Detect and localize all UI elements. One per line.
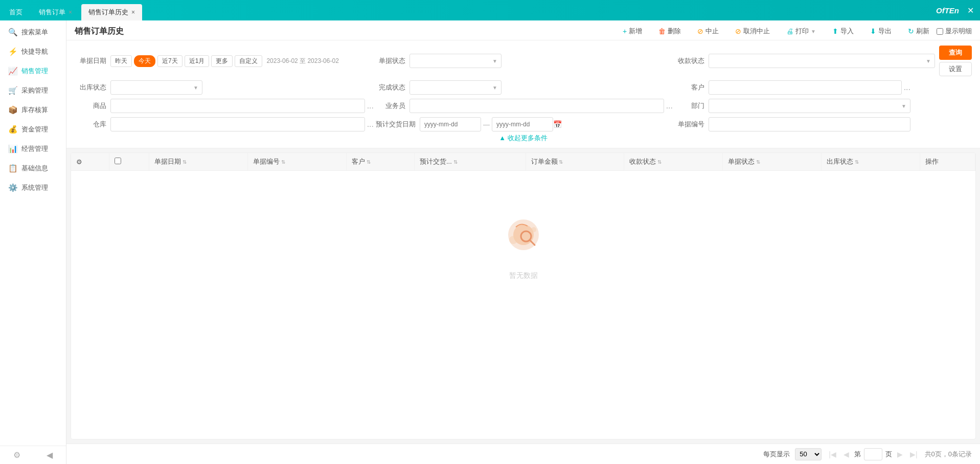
- col-header-1: [109, 153, 149, 171]
- sidebar-icon-1: ⚡: [8, 47, 17, 56]
- last-page-button[interactable]: ▶|: [908, 449, 920, 459]
- salesman-dots[interactable]: ...: [666, 101, 673, 111]
- sort-icon-2[interactable]: ⇅: [181, 159, 187, 165]
- goods-input[interactable]: [110, 99, 365, 113]
- sort-icon-7[interactable]: ⇅: [656, 159, 662, 165]
- tab-list: 首页销售订单×销售订单历史×: [0, 0, 142, 20]
- tab-item-2[interactable]: 销售订单历史×: [81, 4, 142, 20]
- col-label-4: 客户: [352, 158, 365, 165]
- tab-close-2[interactable]: ×: [131, 9, 135, 16]
- toolbar-btn-删除[interactable]: 🗑删除: [656, 26, 683, 37]
- tab-item-1[interactable]: 销售订单×: [32, 4, 79, 20]
- settings-col-icon[interactable]: ⚙: [76, 158, 82, 166]
- customer-input[interactable]: [709, 80, 902, 95]
- sidebar-label-8: 系统管理: [21, 183, 48, 192]
- bill-status-select-wrap: ▼: [409, 54, 502, 68]
- sort-icon-3[interactable]: ⇅: [280, 159, 285, 165]
- payment-status-select[interactable]: [709, 54, 935, 68]
- sidebar-settings-button[interactable]: ⚙: [13, 450, 20, 460]
- dept-select-wrap: ▼: [709, 99, 910, 113]
- warehouse-input[interactable]: [110, 117, 365, 131]
- print-dropdown-icon[interactable]: ▼: [811, 29, 816, 34]
- display-detail-checkbox[interactable]: [937, 28, 943, 35]
- prev-page-button[interactable]: ◀: [841, 449, 851, 459]
- warehouse-dots[interactable]: ...: [367, 120, 374, 129]
- customer-dots[interactable]: ...: [904, 83, 910, 92]
- date-btn-3[interactable]: 近1月: [185, 55, 210, 67]
- sidebar-label-2: 销售管理: [21, 67, 48, 76]
- goods-dots[interactable]: ...: [367, 101, 374, 111]
- bill-status-label: 单据状态: [374, 56, 409, 65]
- calendar-icon-from[interactable]: 📅: [553, 120, 562, 128]
- first-page-button[interactable]: |◀: [827, 449, 838, 459]
- date-btn-5[interactable]: 自定义: [235, 55, 262, 67]
- window-close-button[interactable]: ✕: [967, 6, 974, 15]
- empty-state: 暂无数据: [71, 171, 975, 321]
- dept-select[interactable]: [709, 99, 910, 113]
- col-header-10: 操作: [920, 153, 975, 171]
- toolbar-btn-刷新[interactable]: ↻刷新: [906, 26, 931, 37]
- salesman-input[interactable]: [409, 99, 664, 113]
- bill-no-input[interactable]: [709, 117, 910, 131]
- sidebar-icon-4: 📦: [8, 105, 17, 115]
- page-input[interactable]: 1: [864, 448, 882, 460]
- sort-icon-4[interactable]: ⇅: [365, 159, 371, 165]
- date-btn-1[interactable]: 今天: [134, 55, 155, 67]
- total-info: 共0页，0条记录: [925, 450, 972, 459]
- toolbar-icon-1: 🗑: [658, 27, 666, 35]
- date-range: 2023-06-02 至 2023-06-02: [266, 57, 338, 65]
- sidebar-item-5[interactable]: 💰资金管理: [0, 120, 66, 139]
- toolbar-btn-新增[interactable]: +新增: [621, 26, 644, 37]
- col-label-7: 收款状态: [629, 158, 656, 165]
- date-btn-2[interactable]: 近7天: [157, 55, 183, 67]
- sidebar-item-4[interactable]: 📦库存核算: [0, 100, 66, 120]
- page-size-select[interactable]: 102050100: [795, 448, 822, 460]
- sort-icon-8[interactable]: ⇅: [755, 159, 760, 165]
- svg-point-4: [509, 236, 517, 244]
- content-area: 销售订单历史 +新增🗑删除⊘中止⊘取消中止🖨打印▼⬆导入⬇导出↻刷新显示明细 单…: [66, 20, 980, 464]
- sidebar-icon-5: 💰: [8, 125, 17, 134]
- toolbar-btn-取消中止[interactable]: ⊘取消中止: [733, 26, 772, 37]
- brand-logo: OfTEn: [936, 6, 959, 15]
- top-bar: 首页销售订单×销售订单历史× OfTEn ✕: [0, 0, 980, 20]
- next-page-button[interactable]: ▶: [895, 449, 905, 459]
- toolbar-btn-中止[interactable]: ⊘中止: [695, 26, 721, 37]
- sidebar-item-1[interactable]: ⚡快捷导航: [0, 42, 66, 61]
- tab-item-0[interactable]: 首页: [2, 4, 30, 20]
- settings-button[interactable]: 设置: [939, 62, 972, 76]
- toolbar-btn-打印[interactable]: 🖨打印▼: [784, 26, 818, 37]
- toolbar-btn-导入[interactable]: ⬆导入: [830, 26, 856, 37]
- sidebar-item-6[interactable]: 📊经营管理: [0, 139, 66, 159]
- sort-icon-6[interactable]: ⇅: [558, 159, 563, 165]
- tab-close-1[interactable]: ×: [69, 9, 72, 16]
- delivery-date-from[interactable]: [420, 117, 481, 131]
- date-separator: —: [483, 121, 490, 128]
- toolbar-label-0: 新增: [629, 27, 642, 36]
- sort-icon-5[interactable]: ⇅: [452, 159, 458, 165]
- sidebar-icon-8: ⚙️: [8, 183, 17, 192]
- complete-status-select[interactable]: [409, 80, 502, 95]
- toolbar-icon-4: 🖨: [786, 27, 793, 35]
- date-btn-0[interactable]: 昨天: [110, 55, 132, 67]
- sidebar-item-2[interactable]: 📈销售管理: [0, 61, 66, 81]
- col-header-5: 预计交货... ⇅: [414, 153, 526, 171]
- sidebar-item-8[interactable]: ⚙️系统管理: [0, 178, 66, 197]
- sidebar-item-7[interactable]: 📋基础信息: [0, 159, 66, 178]
- select-all-checkbox[interactable]: [115, 158, 121, 164]
- date-btn-4[interactable]: 更多: [211, 55, 233, 67]
- delivery-date-to[interactable]: [492, 117, 553, 131]
- toolbar-icon-7: ↻: [908, 27, 914, 35]
- display-toggle: 显示明细: [937, 27, 972, 36]
- sidebar-collapse-button[interactable]: ◀: [47, 450, 53, 460]
- table-area: ⚙单据日期 ⇅单据编号 ⇅客户 ⇅预计交货... ⇅订单金额 ⇅收款状态 ⇅单据…: [71, 152, 976, 439]
- sidebar-item-0[interactable]: 🔍搜索菜单: [0, 23, 66, 42]
- collapse-button[interactable]: ▲ 收起更多条件: [75, 134, 972, 143]
- out-status-select[interactable]: [110, 80, 202, 95]
- sidebar-item-3[interactable]: 🛒采购管理: [0, 81, 66, 100]
- query-button[interactable]: 查询: [939, 46, 972, 60]
- payment-status-label: 收款状态: [673, 56, 709, 65]
- bill-status-select[interactable]: [409, 54, 502, 68]
- date-label: 单据日期: [75, 56, 110, 65]
- sort-icon-9[interactable]: ⇅: [853, 159, 859, 165]
- toolbar-btn-导出[interactable]: ⬇导出: [868, 26, 894, 37]
